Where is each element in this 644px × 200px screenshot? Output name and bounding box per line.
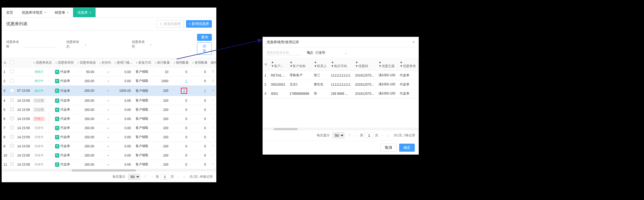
col-contact[interactable]: ▲▼联系人 (312, 58, 329, 71)
col-checkbox[interactable] (9, 58, 16, 67)
col-issue[interactable]: ▲▼发行数量 (153, 58, 172, 67)
share-action-icon[interactable]: ⇧ (212, 70, 216, 74)
first-page-button[interactable]: ⤒ (347, 133, 352, 138)
button-label: 发放优惠券 (163, 21, 181, 26)
table-row[interactable]: 3 0001 17666666666 张 156 6666 ... 201912… (263, 89, 419, 98)
table-row[interactable]: 3 07 23:59 执行中 代代金券 200.00 -- 1000.00 客户… (2, 86, 216, 96)
next-page-button[interactable]: › (379, 133, 385, 138)
row-checkbox[interactable] (10, 107, 14, 111)
horizontal-scrollbar[interactable] (263, 128, 419, 130)
first-page-button[interactable]: ⤒ (143, 174, 148, 180)
close-icon[interactable]: × (44, 11, 46, 14)
usage-record-table: ⚙ ▲▼客户... ▲▼客户名称 ▲▼联系人 ▲▼电话号码 ▲▼优惠码 ▲▼优惠… (263, 58, 419, 98)
col-type[interactable]: ▲▼优惠券类型 (53, 58, 75, 67)
col-theme[interactable]: ▲▼优惠主题 (377, 58, 398, 71)
col-discount[interactable]: ▲▼折扣% (97, 58, 113, 67)
add-coupon-button[interactable]: + 新增优惠券 (186, 20, 212, 28)
table-row[interactable]: 9 14 23:59 待发布 代代金券 150.00 -- 0.00 客户领取 … (2, 142, 216, 151)
row-checkbox[interactable] (10, 144, 14, 148)
row-checkbox[interactable] (10, 89, 14, 92)
cell-issue: 100 (153, 114, 172, 123)
col-gear[interactable]: ⚙ (2, 58, 9, 67)
col-used[interactable]: ▲▼使用数量 (190, 58, 209, 67)
col-status[interactable]: ▲▼优惠券状态 (31, 58, 53, 67)
table-row[interactable]: 2 00010001 北京1 唐先生 11111111111 201912070… (263, 80, 419, 89)
row-checkbox[interactable] (10, 98, 14, 102)
tab-home[interactable]: 首页 (2, 8, 17, 17)
tab-coupon[interactable]: 优惠券× (73, 8, 96, 17)
confirm-button[interactable]: 确定 (399, 144, 415, 152)
table-row[interactable]: 8 14 23:59 待发布 代代金券 150.00 -- 0.00 客户领取 … (2, 133, 216, 142)
cancel-button[interactable]: 取消 (380, 144, 396, 152)
cell-threshold: 0.00 (112, 133, 134, 142)
scrollbar-thumb[interactable] (72, 169, 136, 172)
col-face-value[interactable]: ▲▼优惠券面值 (75, 58, 97, 67)
table-row[interactable]: 4 14 23:59 已过期 代代金券 150.00 -- 0.00 客户领取 … (2, 96, 216, 105)
cell-time: 14 23:59 (16, 151, 31, 160)
coupon-name-input[interactable] (23, 41, 56, 48)
prev-page-button[interactable]: ‹ (149, 174, 155, 180)
coupon-type-select[interactable]: ⌄ (150, 41, 186, 47)
table-row[interactable]: 1 RETAIL... 零散客户 张三 11111111111 20191207… (263, 71, 419, 80)
cell-received: 0 (172, 67, 190, 77)
row-checkbox[interactable] (10, 162, 14, 166)
col-received[interactable]: ▲▼领用数量 (172, 58, 190, 67)
table-row[interactable]: 10 14 23:59 待发布 代代金券 150.00 -- 0.00 客户领取… (2, 151, 216, 160)
coupon-status-select[interactable]: ⌄ (84, 41, 121, 47)
voucher-icon: 代 (55, 135, 59, 139)
used-count-link[interactable]: 1 (204, 89, 206, 93)
search-button[interactable]: 查询 (197, 34, 212, 41)
table-row[interactable]: 1 待执行 代代金券 50.00 -- 0.00 客户领取 10 0 0 ⇧ ▦ (2, 67, 216, 77)
row-checkbox[interactable] (10, 126, 14, 129)
col-customer-code[interactable]: ▲▼客户... (269, 58, 288, 71)
close-icon[interactable]: × (412, 40, 415, 45)
row-checkbox[interactable] (10, 70, 14, 73)
row-checkbox[interactable] (10, 79, 14, 82)
prev-page-button[interactable]: ‹ (354, 133, 359, 138)
col-customer-name[interactable]: ▲▼客户名称 (288, 58, 312, 71)
table-row[interactable]: 11 14 23:59 待发布 代代金券 150.00 -- 0.00 客户领取… (2, 160, 216, 169)
cell-issue: 10 (153, 67, 172, 77)
status-value[interactable]: 已使用 (315, 50, 325, 55)
cell-issue: 1000 (153, 77, 172, 86)
sort-icon: ▲▼ (290, 60, 293, 68)
col-type[interactable]: ▲▼优惠券类 (398, 58, 419, 71)
col-time[interactable] (16, 58, 31, 67)
row-checkbox[interactable] (10, 153, 14, 157)
table-row[interactable]: 2 执行中 代代金券 100.00 -- 0.00 客户领取 1000 1 0 … (2, 77, 216, 86)
per-page-select[interactable]: 50 (332, 132, 344, 139)
tab-coupon-detail[interactable]: 优惠券详情页× (17, 8, 50, 17)
row-checkbox[interactable] (10, 135, 14, 139)
share-action-icon[interactable]: ⇧ (212, 89, 216, 93)
table-row[interactable]: 7 14 23:59 待发布 代代金券 150.00 -- 0.00 客户领取 … (2, 123, 216, 133)
settings-button[interactable]: 设置 (197, 42, 212, 55)
table-row[interactable]: 5 14 23:59 已过期 代代金券 150.00 -- 0.00 客户领取 … (2, 105, 216, 114)
col-method[interactable]: ▲▼发放方式 (134, 58, 153, 67)
page-number-input[interactable] (160, 174, 170, 180)
received-count-link[interactable]: 1 (185, 79, 187, 83)
coupon-search-input[interactable] (267, 51, 307, 54)
next-page-button[interactable]: › (175, 174, 180, 180)
tab-sales-order[interactable]: 销货单× (50, 8, 73, 17)
table-row[interactable]: 6 14 23:59 已终止 代代金券 150.00 -- 0.00 客户领取 … (2, 114, 216, 123)
col-gear[interactable]: ⚙ (263, 58, 269, 71)
col-threshold[interactable]: ▲▼使用门槛... (112, 58, 134, 67)
chevron-down-icon[interactable]: ⌄ (344, 51, 347, 55)
close-icon[interactable]: × (89, 11, 91, 14)
per-page-select[interactable]: 50 (128, 174, 140, 180)
checkbox-all[interactable] (10, 60, 14, 64)
cell-used: 0 (190, 123, 209, 133)
col-phone[interactable]: ▲▼电话号码 (329, 58, 353, 71)
last-page-button[interactable]: ⤓ (181, 174, 187, 180)
close-icon[interactable]: × (67, 11, 69, 14)
page-number-input[interactable] (364, 133, 374, 138)
received-count-highlighted[interactable]: 3 (181, 88, 187, 94)
cell-threshold: 0.00 (112, 105, 134, 114)
last-page-button[interactable]: ⤓ (386, 133, 391, 138)
scrollbar-thumb[interactable] (274, 128, 298, 130)
horizontal-scrollbar[interactable] (2, 169, 216, 171)
col-coupon-code[interactable]: ▲▼优惠码 (354, 58, 377, 71)
row-checkbox[interactable] (10, 117, 14, 120)
share-action-icon[interactable]: ⇧ (212, 79, 216, 83)
pagination-summary: 共1页, 49条记录 (190, 174, 213, 179)
